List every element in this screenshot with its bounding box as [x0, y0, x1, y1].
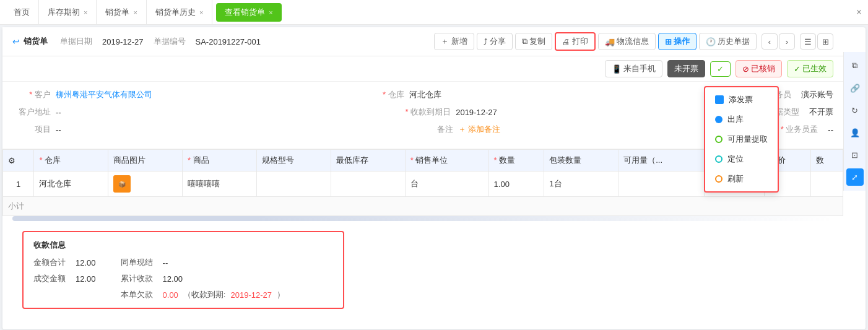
customer-value[interactable]: 柳州粤港平安气体有限公司 [56, 89, 383, 100]
date-value: 2019-12-27 [102, 37, 144, 46]
phone-icon: 📱 [612, 64, 622, 74]
transaction-value: 12.00 [76, 274, 96, 284]
tab-sales-order[interactable]: 销货单 × [97, 0, 146, 25]
scroll-hint [12, 216, 833, 221]
row-pkg-qty: 1台 [544, 172, 618, 197]
tab-check-sales[interactable]: 查看销货单 × [216, 3, 281, 22]
date-label: 单据日期 [60, 36, 92, 47]
due-date-label: 收款到期日 [406, 106, 456, 118]
dropdown-locate[interactable]: 定位 [705, 149, 778, 169]
sidebar-table-icon[interactable]: ⊡ [846, 146, 864, 163]
already-verified-button[interactable]: ⊘ 已核销 [736, 60, 782, 77]
doc-icon: ↩ [12, 37, 20, 46]
salesperson-label: 业务员孟 [779, 124, 823, 135]
tab-inventory-init[interactable]: 库存期初 × [39, 0, 97, 25]
row-min-stock [331, 172, 405, 197]
add-button[interactable]: ＋ 新增 [434, 33, 474, 50]
plus-icon: ＋ [458, 124, 466, 135]
cumulative-label: 累计收款 [121, 273, 158, 284]
sidebar-copy-icon[interactable]: ⧉ [846, 57, 864, 74]
right-sidebar: ⧉ 🔗 ↻ 👤 ⊡ ⤢ [843, 52, 866, 191]
th-more: 数 [810, 150, 843, 172]
next-arrow[interactable]: › [779, 33, 795, 50]
tab-inventory-init-close[interactable]: × [84, 9, 87, 16]
logistics-button[interactable]: 🚚 物流信息 [598, 33, 656, 50]
salesperson-field: 业务员孟 -- [779, 124, 833, 135]
add-note-button[interactable]: ＋ 添加备注 [458, 124, 500, 135]
sidebar-rotate-icon[interactable]: ↻ [846, 102, 864, 119]
th-product-img: 商品图片 [108, 150, 183, 172]
available-qty-icon [715, 136, 723, 143]
settings-icon[interactable]: ⚙ [8, 156, 15, 165]
payment-rows: 金额合计 12.00 成交金额 12.00 同单现结 -- [33, 257, 333, 300]
sidebar-expand-icon[interactable]: ⤢ [846, 168, 864, 186]
refresh-icon [715, 175, 723, 183]
tab-home[interactable]: 首页 [5, 0, 39, 25]
dropdown-available-qty[interactable]: 可用量提取 [705, 129, 778, 149]
due-date-highlight: 2019-12-27 [230, 290, 272, 300]
tab-sales-history-close[interactable]: × [199, 9, 203, 16]
grid-view-btn[interactable]: ⊞ [817, 33, 833, 50]
view-buttons: ☰ ⊞ [800, 33, 833, 50]
same-order-label: 同单现结 [121, 257, 158, 268]
subtotal-row: 小计 [3, 197, 843, 216]
amount-total-value: 12.00 [76, 258, 96, 267]
truck-icon: 🚚 [605, 37, 615, 46]
row-qty: 1.00 [488, 172, 544, 197]
subtotal-label: 小计 [3, 197, 843, 216]
row-more [810, 172, 843, 197]
print-icon: 🖨 [562, 37, 570, 46]
th-pkg-qty: 包装数量 [544, 150, 618, 172]
th-settings: ⚙ [3, 150, 34, 172]
row-index: 1 [3, 172, 34, 197]
staff-value: 演示账号 [801, 89, 833, 100]
effective-icon: ✓ [794, 64, 801, 74]
not-open-ticket-button[interactable]: 未开票 [667, 60, 705, 77]
amount-total-row: 金额合计 12.00 [33, 257, 96, 268]
tab-sales-order-close[interactable]: × [133, 9, 137, 16]
share-button[interactable]: ⤴ 分享 [477, 33, 513, 50]
transaction-row: 成交金额 12.00 [33, 273, 96, 284]
payment-section: 收款信息 金额合计 12.00 成交金额 12.00 [22, 231, 344, 309]
th-product: * 商品 [183, 150, 257, 172]
tab-bar-close-button[interactable]: × [856, 7, 862, 18]
nav-arrows: ‹ › [762, 33, 795, 50]
customer-label: 客户 [12, 89, 56, 100]
from-phone-button[interactable]: 📱 来自手机 [605, 60, 662, 77]
customer-field: 客户 柳州粤港平安气体有限公司 [12, 89, 383, 100]
warehouse-value: 河北仓库 [409, 89, 753, 100]
dropdown-add-ticket[interactable]: 添发票 [705, 90, 778, 110]
address-field: 客户地址 -- [12, 106, 368, 118]
dropdown-outbound[interactable]: 出库 [705, 110, 778, 129]
history-button[interactable]: 🕐 历史单据 [699, 33, 757, 50]
check-icon: ✓ [717, 64, 724, 74]
cumulative-value: 12.00 [163, 274, 183, 284]
th-qty: * 数量 [488, 150, 544, 172]
row-available [618, 172, 705, 197]
cumulative-row: 累计收款 12.00 [121, 273, 285, 284]
address-value: -- [56, 108, 368, 117]
check-button[interactable]: ✓ [710, 61, 731, 77]
tab-bar: 首页 库存期初 × 销货单 × 销货单历史 × 查看销货单 × × [0, 0, 868, 25]
payment-title: 收款信息 [33, 240, 333, 251]
operate-button[interactable]: ⊞ 操作 [658, 33, 697, 50]
toolbar-row2: 📱 来自手机 未开票 ✓ ⊘ 已核销 ✓ 已生效 [2, 56, 843, 82]
sidebar-user-icon[interactable]: 👤 [846, 124, 864, 141]
prev-arrow[interactable]: ‹ [762, 33, 778, 50]
sidebar-link-icon[interactable]: 🔗 [846, 79, 864, 97]
already-effective-button[interactable]: ✓ 已生效 [787, 60, 833, 77]
due-label: 本单欠款 [121, 289, 158, 300]
copy-button[interactable]: ⧉ 复制 [515, 33, 552, 50]
doc-actions: ＋ 新增 ⤴ 分享 ⧉ 复制 🖨 打印 🚚 物流信息 [434, 32, 833, 51]
tab-check-sales-close[interactable]: × [269, 9, 272, 16]
list-view-btn[interactable]: ☰ [800, 33, 816, 50]
print-button[interactable]: 🖨 打印 [555, 32, 596, 51]
document-header: ↩ 销货单 单据日期 2019-12-27 单据编号 SA-20191227-0… [2, 27, 843, 56]
row-spec [256, 172, 331, 197]
due-note: （收款到期: [183, 289, 226, 300]
th-min-stock: 最低库存 [331, 150, 405, 172]
address-label: 客户地址 [12, 106, 56, 118]
same-order-value: -- [163, 258, 168, 267]
tab-sales-history[interactable]: 销货单历史 × [147, 0, 212, 25]
dropdown-refresh[interactable]: 刷新 [705, 169, 778, 189]
